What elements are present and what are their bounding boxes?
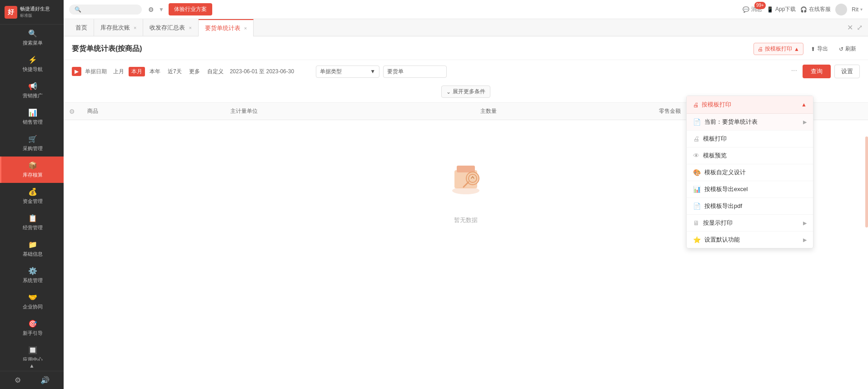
topbar-search[interactable]: 🔍 [69,5,142,15]
dropdown-item-template-print[interactable]: 🖨 模板打印 [687,131,813,147]
topbar-avatar[interactable] [835,4,847,15]
print-btn-label: 按模板打印 [765,45,792,53]
tab-order-stats-close[interactable]: × [244,25,247,31]
tab-inventory-batch-close[interactable]: × [134,25,136,30]
table-settings-icon[interactable]: ⚙ [69,108,75,115]
page-header: 要货单统计表(按商品) 🖨 按模板打印 ▲ ⬆ 导出 ↺ 刷新 [64,36,868,60]
logo-icon: 好 [5,6,17,19]
appstore-icon: 🔲 [28,346,37,354]
tab-receipt-summary[interactable]: 收发存汇总表 × [143,19,198,36]
right-scrollbar[interactable] [865,136,868,227]
sidebar-item-inventory[interactable]: 📦 库存核算 [0,157,64,183]
tab-receipt-summary-close[interactable]: × [189,25,191,30]
date-btn-current-year[interactable]: 本年 [147,67,163,76]
export-pdf-label: 按模板导出pdf [704,202,742,210]
refresh-button[interactable]: ↺ 刷新 [835,43,860,55]
goods-filter-select[interactable]: 要货单 [383,66,447,78]
export-label: 导出 [817,45,828,53]
app-name: 畅捷通好生意 [20,5,50,12]
sidebar-item-purchase-label: 采购管理 [23,145,43,152]
topbar-dropdown-icon[interactable]: ▾ [860,7,863,12]
sidebar-item-operation-label: 经营管理 [23,224,43,231]
current-template-arrow: ▶ [803,119,807,125]
export-icon: ⬆ [811,46,815,52]
sidebar-item-sales[interactable]: 📊 销售管理 [0,104,64,130]
set-default-label: 设置默认功能 [704,236,740,244]
tab-inventory-batch-label: 库存批次账 [100,24,130,32]
more-options-button[interactable]: ··· [789,65,799,78]
sidebar-item-system[interactable]: ⚙️ 系统管理 [0,262,64,288]
set-default-icon: ⭐ [693,236,701,243]
window-close-icon[interactable]: ✕ [847,23,853,32]
tab-window-controls: ✕ ⤢ [847,23,868,32]
page-actions: 🖨 按模板打印 ▲ ⬆ 导出 ↺ 刷新 [753,43,860,55]
msg-icon: 💬 [743,6,749,13]
topbar-service[interactable]: 🎧 在线客服 [800,5,831,13]
sidebar-item-basic[interactable]: 📁 基础信息 [0,236,64,262]
order-type-select[interactable]: 单据类型 ▼ [316,66,379,78]
sidebar-item-marketing[interactable]: 📢 营销推广 [0,77,64,104]
set-default-arrow: ▶ [803,237,807,243]
tab-home[interactable]: 首页 [69,19,94,36]
topbar-dropdown-arrow[interactable]: ▼ [159,6,164,13]
topbar-msg[interactable]: 💬 消息 99+ [743,5,762,13]
trial-button[interactable]: 体验行业方案 [169,3,212,15]
tab-order-stats[interactable]: 要货单统计表 × [199,19,254,36]
sidebar-item-guide[interactable]: 🎯 新手引导 [0,315,64,341]
goods-filter-label: 要货单 [387,68,404,76]
sidebar-item-search[interactable]: 🔍 搜索菜单 [0,25,64,51]
date-btn-more[interactable]: 更多 [186,67,203,76]
sidebar-item-finance[interactable]: 💰 资金管理 [0,183,64,209]
sidebar-item-quick-nav[interactable]: ⚡ 快捷导航 [0,51,64,77]
print-template-button[interactable]: 🖨 按模板打印 ▲ [753,43,803,55]
export-button[interactable]: ⬆ 导出 [807,43,832,55]
operation-icon: 📋 [28,214,37,222]
settings-button[interactable]: 设置 [834,65,860,78]
dropdown-item-template-preview[interactable]: 👁 模板预览 [687,147,813,164]
expand-chevron-icon: ⌄ [446,89,451,95]
purchase-icon: 🛒 [28,135,37,143]
sidebar-item-purchase[interactable]: 🛒 采购管理 [0,130,64,157]
tab-home-label: 首页 [75,24,87,32]
empty-icon [443,157,489,211]
empty-text: 暂无数据 [454,216,478,224]
date-btn-current-month[interactable]: 本月 [129,67,145,76]
dropdown-item-display-print[interactable]: 🖥 按显示打印 ▶ [687,215,813,232]
expand-filter-icon[interactable]: ▶ [72,67,81,76]
sidebar-item-basic-label: 基础信息 [23,251,43,258]
query-button[interactable]: 查询 [803,65,831,78]
dropdown-item-current[interactable]: 📄 当前：要货单统计表 ▶ [687,114,813,131]
topbar-app[interactable]: 📱 App下载 [767,5,796,13]
settings-bottom-icon[interactable]: ⚙ [15,376,21,384]
sidebar-up-arrow[interactable]: ▲ [0,361,64,371]
dropdown-item-set-default[interactable]: ⭐ 设置默认功能 ▶ [687,232,813,248]
date-btn-custom[interactable]: 自定义 [205,67,226,76]
system-icon: ⚙️ [28,267,37,275]
table-col-unit: 主计量单位 [225,103,475,120]
display-print-icon: 🖥 [693,219,699,227]
sidebar-item-collab[interactable]: 🤝 企业协同 [0,288,64,315]
sidebar: 好 畅捷通好生意 标准版 🔍 搜索菜单 ⚡ 快捷导航 📢 营销推广 📊 销售管理… [0,0,64,389]
date-btn-last-month[interactable]: 上月 [110,67,127,76]
date-btn-last-7-days[interactable]: 近7天 [165,67,185,76]
speaker-icon[interactable]: 🔊 [40,376,50,384]
dropdown-item-template-design[interactable]: 🎨 模板自定义设计 [687,164,813,181]
tab-inventory-batch[interactable]: 库存批次账 × [94,19,143,36]
topbar-gear-icon[interactable]: ⚙ [148,6,154,13]
dropdown-item-export-pdf[interactable]: 📄 按模板导出pdf [687,198,813,215]
window-maximize-icon[interactable]: ⤢ [857,23,863,32]
dropdown-item-export-excel[interactable]: 📊 按模板导出excel [687,181,813,198]
sidebar-item-operation[interactable]: 📋 经营管理 [0,209,64,236]
order-type-label: 单据类型 [320,68,342,76]
expand-more-button[interactable]: ⌄ 展开更多条件 [441,86,490,98]
expand-icon-area[interactable]: ▶ [72,67,81,76]
template-dropdown: 🖨 按模板打印 ▲ 📄 当前：要货单统计表 ▶ 🖨 模板打印 👁 模板预览 🎨 [686,96,813,248]
sidebar-item-collab-label: 企业协同 [23,303,43,310]
tab-receipt-summary-label: 收发存汇总表 [150,24,185,32]
print-icon: 🖨 [758,46,763,52]
sidebar-item-appstore[interactable]: 🔲 应用中心 [0,341,64,361]
main-area: 🔍 ⚙ ▼ 体验行业方案 💬 消息 99+ 📱 App下载 🎧 在线客服 Rit… [64,0,868,389]
refresh-label: 刷新 [845,45,856,53]
app-logo: 好 畅捷通好生意 标准版 [0,0,64,25]
template-dropdown-header[interactable]: 🖨 按模板打印 ▲ [687,96,813,114]
